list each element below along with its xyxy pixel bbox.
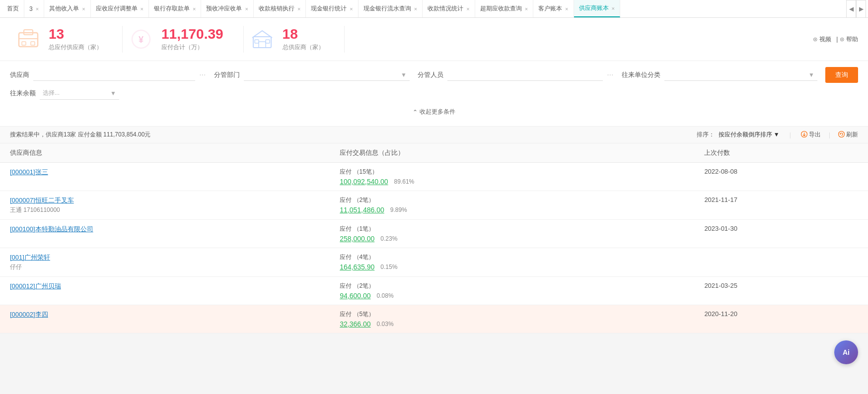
supplier-link-3[interactable]: [001]广州荣轩 xyxy=(10,254,50,261)
transaction-percent-2: 0.23% xyxy=(380,235,397,242)
supplier-cell-1: [000007]恒旺二手叉车王通 17106110000 xyxy=(0,191,330,220)
stat-total-suppliers: 18 总供应商（家） xyxy=(244,26,345,53)
transaction-count-0: 应付 （15笔） xyxy=(340,168,684,176)
close-tab-3[interactable]: × xyxy=(36,6,39,12)
stat-payable-total: ¥ 11,170.39 应付合计（万） xyxy=(123,26,244,53)
nav-tab-supplier-ledger[interactable]: 供应商账本 × xyxy=(574,0,620,17)
transaction-percent-0: 89.61% xyxy=(394,178,415,185)
close-tab-supplier-ledger[interactable]: × xyxy=(612,5,615,11)
filter-panel: 供应商 ··· 分管部门 ▼ 分管人员 ··· 往来单位分类 ▼ 查询 xyxy=(0,61,868,127)
close-tab-other-income[interactable]: × xyxy=(82,6,85,12)
close-tab-overdue-ar[interactable]: × xyxy=(525,6,528,12)
last-payment-cell-0: 2022-08-08 xyxy=(694,163,868,191)
person-filter-dots[interactable]: ··· xyxy=(607,70,613,79)
supplier-link-5[interactable]: [000002]李四 xyxy=(10,311,48,318)
supplier-filter-dots[interactable]: ··· xyxy=(199,70,206,79)
balance-dropdown-arrow: ▼ xyxy=(110,90,116,97)
svg-rect-7 xyxy=(253,37,271,48)
transaction-amount-3[interactable]: 164,635.90 xyxy=(340,263,374,271)
transaction-amount-1[interactable]: 11,051,486.00 xyxy=(340,206,384,214)
collapse-button[interactable]: ⌃ 收起更多条件 xyxy=(405,106,463,118)
svg-point-13 xyxy=(839,131,845,137)
table-row: [000100]本特勤油品有限公司应付 （1笔）258,000.000.23%2… xyxy=(0,220,868,248)
sort-value[interactable]: 按应付余额倒序排序 ▼ xyxy=(719,131,780,139)
unit-type-filter-select[interactable]: ▼ xyxy=(664,69,818,81)
table-row: [001]广州荣轩仔仔应付 （4笔）164,635.900.15% xyxy=(0,248,868,277)
transaction-amount-5[interactable]: 32,366.00 xyxy=(340,320,370,328)
nav-tab-overdue-ar[interactable]: 超期应收款查询 × xyxy=(475,0,533,17)
export-icon xyxy=(801,131,807,139)
nav-tab-cash-bank-stat[interactable]: 现金银行统计 × xyxy=(306,0,358,17)
last-payment-cell-5: 2020-11-20 xyxy=(694,305,868,333)
nav-tab-customer-ledger[interactable]: 客户账本 × xyxy=(533,0,574,17)
nav-tab-prepay-offset[interactable]: 预收冲应收单 × xyxy=(201,0,253,17)
transaction-cell-1: 应付 （2笔）11,051,486.009.89% xyxy=(330,191,694,220)
transaction-count-2: 应付 （1笔） xyxy=(340,225,684,233)
supplier-icon xyxy=(15,26,42,53)
refresh-button[interactable]: 刷新 xyxy=(838,131,858,139)
transaction-count-1: 应付 （2笔） xyxy=(340,196,684,204)
last-payment-date-4: 2021-03-25 xyxy=(704,282,737,289)
unit-type-dropdown-arrow: ▼ xyxy=(808,71,814,78)
close-tab-cash-bank-stat[interactable]: × xyxy=(350,6,353,12)
export-button[interactable]: 导出 xyxy=(801,131,821,139)
header-last-payment: 上次付数 xyxy=(694,143,868,163)
transaction-count-4: 应付 （2笔） xyxy=(340,282,684,290)
nav-tab-other-income[interactable]: 其他收入单 × xyxy=(44,0,90,17)
filter-supplier: 供应商 ··· xyxy=(10,69,206,81)
table-row: [000012]广州贝瑞应付 （2笔）94,600.000.08%2021-03… xyxy=(0,277,868,305)
supplier-sub-3: 仔仔 xyxy=(10,263,320,271)
help-link[interactable]: | ⊙ 帮助 xyxy=(836,35,858,44)
svg-rect-4 xyxy=(31,42,35,45)
query-button[interactable]: 查询 xyxy=(825,67,858,83)
person-filter-label: 分管人员 xyxy=(418,70,443,79)
supplier-filter-input[interactable] xyxy=(33,69,195,81)
transaction-cell-2: 应付 （1笔）258,000.000.23% xyxy=(330,220,694,248)
supplier-cell-4: [000012]广州贝瑞 xyxy=(0,277,330,305)
nav-tab-home[interactable]: 首页 xyxy=(2,0,24,17)
supplier-table: 供应商信息 应付交易信息（占比） 上次付数 [000001]张三应付 （15笔）… xyxy=(0,143,868,333)
svg-rect-3 xyxy=(22,42,26,45)
close-tab-receipt-stat[interactable]: × xyxy=(466,6,469,12)
table-row: [000002]李四应付 （5笔）32,366.000.03%2020-11-2… xyxy=(0,305,868,333)
transaction-amount-2[interactable]: 258,000.00 xyxy=(340,235,374,243)
nav-tab-bank-deposit[interactable]: 银行存取款单 × xyxy=(149,0,201,17)
table-body: [000001]张三应付 （15笔）100,092,540.0089.61%20… xyxy=(0,163,868,333)
supplier-link-1[interactable]: [000007]恒旺二手叉车 xyxy=(10,197,74,204)
supplier-link-4[interactable]: [000012]广州贝瑞 xyxy=(10,282,61,290)
close-tab-receipt-verify[interactable]: × xyxy=(297,6,300,12)
person-filter-input[interactable] xyxy=(447,69,603,81)
nav-tab-cash-bank-flow[interactable]: 现金银行流水查询 × xyxy=(359,0,423,17)
nav-tab-3[interactable]: 3 × xyxy=(24,0,44,17)
nav-tab-receipt-stat[interactable]: 收款情况统计 × xyxy=(423,0,475,17)
transaction-amount-0[interactable]: 100,092,540.00 xyxy=(340,178,388,186)
close-tab-prepay-offset[interactable]: × xyxy=(245,6,248,12)
nav-arrow-right[interactable]: ▶ xyxy=(856,0,866,18)
supplier-filter-label: 供应商 xyxy=(10,70,29,79)
filter-balance: 往来余额 选择... ▼ xyxy=(10,87,119,100)
supplier-link-2[interactable]: [000100]本特勤油品有限公司 xyxy=(10,225,93,233)
dept-filter-select[interactable]: ▼ xyxy=(244,69,410,81)
close-tab-cash-bank-flow[interactable]: × xyxy=(414,6,417,12)
video-link[interactable]: ⊙ 视频 xyxy=(813,35,831,44)
balance-filter-select[interactable]: 选择... ▼ xyxy=(40,87,119,100)
total-supplier-count: 18 xyxy=(283,27,324,42)
nav-tab-ar-ap-adjust[interactable]: 应收应付调整单 × xyxy=(91,0,149,17)
total-supplier-label: 总供应商（家） xyxy=(283,43,324,52)
supplier-link-0[interactable]: [000001]张三 xyxy=(10,168,48,176)
result-bar: 搜索结果中，供应商13家 应付金额 111,703,854.00元 排序： 按应… xyxy=(0,127,868,143)
close-tab-customer-ledger[interactable]: × xyxy=(565,6,568,12)
last-payment-cell-4: 2021-03-25 xyxy=(694,277,868,305)
last-payment-date-2: 2023-01-30 xyxy=(704,225,737,232)
filter-dept: 分管部门 ▼ xyxy=(214,69,410,81)
transaction-amount-4[interactable]: 94,600.00 xyxy=(340,292,370,300)
svg-text:¥: ¥ xyxy=(139,35,144,45)
result-summary: 搜索结果中，供应商13家 应付金额 111,703,854.00元 xyxy=(10,131,150,139)
close-tab-ar-ap-adjust[interactable]: × xyxy=(141,6,144,12)
svg-rect-9 xyxy=(255,40,259,43)
transaction-percent-1: 9.89% xyxy=(390,206,407,213)
nav-tab-receipt-verify[interactable]: 收款核销执行 × xyxy=(254,0,306,17)
close-tab-bank-deposit[interactable]: × xyxy=(193,6,196,12)
top-navigation: 首页 3 × 其他收入单 × 应收应付调整单 × 银行存取款单 × 预收冲应收单… xyxy=(0,0,868,18)
nav-arrow-left[interactable]: ◀ xyxy=(846,0,856,18)
